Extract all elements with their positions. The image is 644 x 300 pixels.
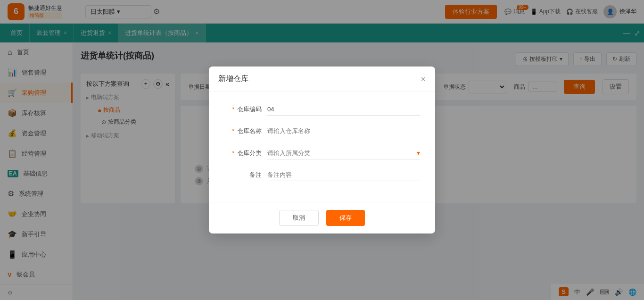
form-item-category: * 仓库分类 ▾ — [224, 147, 420, 159]
required-star2: * — [232, 127, 234, 134]
name-label: * 仓库名称 — [224, 127, 262, 135]
modal-close-button[interactable]: × — [421, 75, 426, 83]
required-star3: * — [232, 150, 234, 157]
add-warehouse-modal: 新增仓库 × * 仓库编码 * 仓库名称 * 仓库分 — [209, 67, 435, 233]
modal-title: 新增仓库 — [218, 74, 248, 84]
name-input[interactable] — [267, 125, 420, 137]
note-input[interactable] — [267, 169, 420, 181]
note-label: 备注 — [224, 171, 262, 179]
modal-header: 新增仓库 × — [209, 67, 435, 92]
category-input[interactable] — [267, 150, 417, 157]
modal-body: * 仓库编码 * 仓库名称 * 仓库分类 ▾ — [209, 92, 435, 202]
save-button[interactable]: 保存 — [326, 210, 365, 226]
form-item-note: 备注 — [224, 169, 420, 181]
code-input[interactable] — [267, 103, 420, 116]
modal-overlay: 新增仓库 × * 仓库编码 * 仓库名称 * 仓库分 — [0, 0, 644, 300]
code-label: * 仓库编码 — [224, 105, 262, 114]
modal-footer: 取消 保存 — [209, 202, 435, 233]
required-star: * — [232, 106, 234, 113]
category-select[interactable]: ▾ — [267, 147, 420, 159]
chevron-down-icon: ▾ — [417, 149, 420, 157]
category-label: * 仓库分类 — [224, 149, 262, 158]
cancel-button[interactable]: 取消 — [279, 210, 319, 226]
form-item-code: * 仓库编码 — [224, 103, 420, 116]
form-item-name: * 仓库名称 — [224, 125, 420, 137]
